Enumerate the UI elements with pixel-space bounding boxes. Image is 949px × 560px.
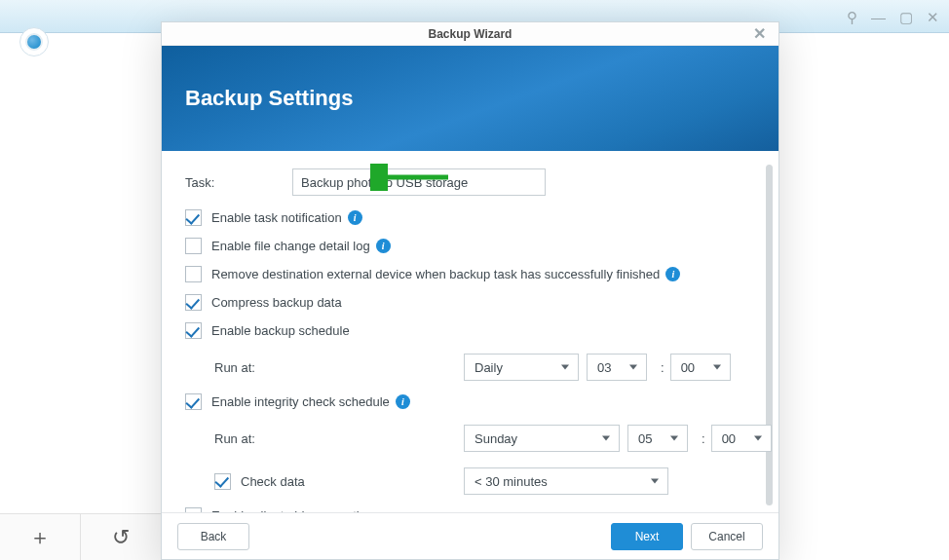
remove-destination-checkbox[interactable]: [185, 266, 202, 282]
enable-integrity-label: Enable integrity check schedule: [211, 394, 390, 409]
compress-checkbox[interactable]: [185, 294, 202, 311]
task-name-input[interactable]: [292, 168, 546, 196]
compress-label: Compress backup data: [211, 295, 342, 310]
run-at-label-1: Run at:: [214, 360, 331, 375]
remove-destination-label: Remove destination external device when …: [211, 267, 660, 281]
settings-content: Task: Enable task notification i Enable …: [162, 151, 778, 512]
modal-close-button[interactable]: ✕: [747, 22, 771, 46]
check-data-label: Check data: [241, 474, 305, 489]
modal-title: Backup Wizard: [429, 27, 512, 41]
app-logo-icon[interactable]: [19, 27, 49, 56]
time-separator: :: [661, 360, 664, 375]
enable-encryption-label: Enable client-side encryption: [211, 508, 373, 512]
back-button[interactable]: Back: [177, 523, 249, 550]
next-button[interactable]: Next: [611, 523, 683, 550]
enable-schedule-label: Enable backup schedule: [211, 323, 350, 338]
desktop-window-controls: ⚲ — ▢ ✕: [847, 0, 939, 33]
history-icon: ↺: [112, 525, 130, 550]
integrity-day-select[interactable]: Sunday: [464, 425, 620, 452]
page-title: Backup Settings: [185, 86, 353, 111]
info-icon[interactable]: i: [665, 267, 680, 281]
close-icon[interactable]: ✕: [927, 10, 939, 24]
scrollbar[interactable]: [766, 165, 773, 505]
schedule-frequency-select[interactable]: Daily: [464, 354, 579, 381]
plus-icon: ＋: [29, 523, 51, 552]
schedule-minute-select[interactable]: 00: [670, 354, 731, 381]
cancel-button[interactable]: Cancel: [691, 523, 763, 550]
history-button[interactable]: ↺: [81, 514, 161, 560]
minimize-icon[interactable]: —: [871, 10, 886, 24]
info-icon[interactable]: i: [348, 210, 362, 225]
modal-banner: Backup Settings: [162, 46, 778, 151]
enable-detail-log-label: Enable file change detail log: [211, 239, 370, 253]
enable-encryption-checkbox[interactable]: [185, 507, 202, 512]
enable-integrity-checkbox[interactable]: [185, 393, 202, 410]
modal-footer: Back Next Cancel: [162, 512, 778, 559]
enable-notification-label: Enable task notification: [211, 210, 342, 225]
schedule-hour-select[interactable]: 03: [587, 354, 647, 381]
check-data-checkbox[interactable]: [214, 473, 231, 490]
enable-detail-log-checkbox[interactable]: [185, 238, 202, 254]
left-toolbar: ＋ ↺: [0, 513, 161, 560]
maximize-icon[interactable]: ▢: [899, 10, 913, 24]
enable-notification-checkbox[interactable]: [185, 209, 202, 226]
info-icon[interactable]: i: [396, 394, 410, 409]
integrity-hour-select[interactable]: 05: [627, 425, 688, 452]
task-label: Task:: [185, 175, 292, 190]
time-separator: :: [702, 431, 705, 446]
backup-wizard-modal: Backup Wizard ✕ Backup Settings Task: En…: [161, 21, 779, 560]
enable-schedule-checkbox[interactable]: [185, 322, 202, 339]
info-icon[interactable]: i: [376, 239, 391, 253]
check-duration-select[interactable]: < 30 minutes: [464, 467, 668, 495]
add-button[interactable]: ＋: [0, 514, 81, 560]
modal-titlebar: Backup Wizard ✕: [162, 22, 778, 46]
pin-icon[interactable]: ⚲: [847, 10, 857, 24]
run-at-label-2: Run at:: [214, 431, 331, 446]
integrity-minute-select[interactable]: 00: [711, 425, 772, 452]
